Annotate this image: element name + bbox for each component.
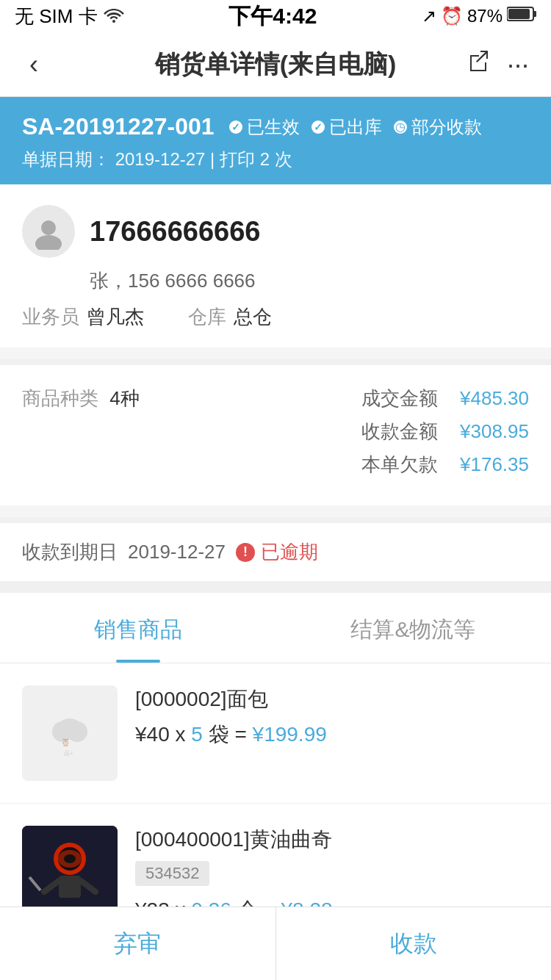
product-total-0: ¥199.99 xyxy=(253,723,327,746)
product-sku-1: 534532 xyxy=(135,861,209,886)
warehouse-item: 仓库 总仓 xyxy=(188,304,272,330)
check-icon-effective xyxy=(229,120,242,134)
svg-point-4 xyxy=(35,235,62,250)
stats-value-0: ¥485.30 xyxy=(460,387,529,410)
product-image-0: 🦉 品+ xyxy=(22,685,118,781)
clock-icon xyxy=(394,120,407,134)
due-label: 收款到期日 xyxy=(22,539,118,565)
header-date-line: 单据日期： 2019-12-27 | 打印 2 次 xyxy=(22,148,529,171)
more-icon[interactable]: ··· xyxy=(507,49,529,80)
customer-info: 张，156 6666 6666 xyxy=(90,268,529,294)
status-tags: 已生效 已出库 部分收款 xyxy=(229,115,482,139)
stats-label-1: 收款金额 xyxy=(361,419,438,444)
product-list: 🦉 品+ [0000002]面包 ¥40 x 5 袋 = ¥199.99 xyxy=(0,663,551,947)
product-price-0: ¥40 x 5 袋 = ¥199.99 xyxy=(135,721,529,749)
stats-value-2: ¥176.35 xyxy=(460,453,529,476)
overdue-text: 已逾期 xyxy=(261,539,318,565)
product-qty-0: 5 xyxy=(191,723,203,746)
warehouse-value: 总仓 xyxy=(234,304,272,330)
tab-settlement[interactable]: 结算&物流等 xyxy=(276,593,551,663)
stats-value-1: ¥308.95 xyxy=(460,420,529,443)
stats-row-2: 本单欠款 ¥176.35 xyxy=(361,452,529,478)
divider-2 xyxy=(0,517,551,523)
nav-bar: ‹ 销货单详情(来自电脑) ··· xyxy=(0,32,551,97)
stats-right: 成交金额 ¥485.30 收款金额 ¥308.95 本单欠款 ¥176.35 xyxy=(361,386,529,485)
share-icon[interactable] xyxy=(466,48,492,81)
due-section: 收款到期日 2019-12-27 ! 已逾期 xyxy=(0,523,551,587)
overdue-dot-icon: ! xyxy=(236,543,255,562)
svg-text:品+: 品+ xyxy=(64,750,73,757)
header-band: SA-20191227-001 已生效 已出库 部分收款 单据日期： 2019-… xyxy=(0,97,551,184)
status-tag-effective: 已生效 xyxy=(229,115,300,139)
tabs: 销售商品 结算&物流等 xyxy=(0,593,551,663)
svg-rect-1 xyxy=(533,11,536,17)
customer-section: 17666666666 张，156 6666 6666 业务员 曾凡杰 仓库 总… xyxy=(0,184,551,347)
customer-phone: 17666666666 xyxy=(90,216,260,248)
salesperson-label: 业务员 xyxy=(22,304,79,330)
svg-point-7 xyxy=(58,718,82,736)
pay-button[interactable]: 收款 xyxy=(276,907,552,980)
order-number: SA-20191227-001 xyxy=(22,113,215,140)
sim-label: 无 SIM 卡 xyxy=(15,4,98,29)
wifi-icon xyxy=(104,5,124,28)
reject-button[interactable]: 弃审 xyxy=(0,907,276,980)
list-item: 🦉 品+ [0000002]面包 ¥40 x 5 袋 = ¥199.99 xyxy=(0,663,551,804)
kind-value: 4种 xyxy=(109,387,139,409)
battery-percent: 87% xyxy=(467,6,503,26)
status-time: 下午4:42 xyxy=(228,1,317,32)
product-info-0: [0000002]面包 ¥40 x 5 袋 = ¥199.99 xyxy=(135,685,529,749)
status-tag-partial: 部分收款 xyxy=(394,115,482,139)
back-button[interactable]: ‹ xyxy=(22,42,46,87)
battery-icon xyxy=(507,6,536,26)
stats-row-1: 收款金额 ¥308.95 xyxy=(361,419,529,444)
kind-label: 商品种类 xyxy=(22,387,98,409)
nav-actions: ··· xyxy=(466,48,529,81)
status-right: ↗ ⏰ 87% xyxy=(422,6,536,26)
overdue-badge: ! 已逾期 xyxy=(236,539,318,565)
stats-section: 商品种类 4种 成交金额 ¥485.30 收款金额 ¥308.95 本单欠款 ¥… xyxy=(0,365,551,505)
avatar xyxy=(22,205,75,258)
svg-text:🦉: 🦉 xyxy=(61,738,71,747)
divider-1 xyxy=(0,359,551,365)
svg-rect-2 xyxy=(508,9,530,19)
alarm-icon: ⏰ xyxy=(441,6,463,26)
check-icon-shipped xyxy=(311,120,325,134)
salesperson-item: 业务员 曾凡杰 xyxy=(22,304,144,330)
status-tag-shipped: 已出库 xyxy=(311,115,382,139)
stats-row-0: 成交金额 ¥485.30 xyxy=(361,386,529,411)
customer-meta: 业务员 曾凡杰 仓库 总仓 xyxy=(22,304,529,330)
stats-label-2: 本单欠款 xyxy=(361,452,438,478)
stats-label-0: 成交金额 xyxy=(361,386,438,411)
page-title: 销货单详情(来自电脑) xyxy=(155,48,397,82)
location-icon: ↗ xyxy=(422,6,436,26)
status-bar: 无 SIM 卡 下午4:42 ↗ ⏰ 87% xyxy=(0,0,551,32)
due-date: 2019-12-27 xyxy=(128,541,226,563)
salesperson-value: 曾凡杰 xyxy=(87,304,144,330)
status-left: 无 SIM 卡 xyxy=(15,4,124,29)
svg-point-3 xyxy=(41,220,56,235)
product-name-1: [000400001]黄油曲奇 xyxy=(135,826,529,854)
product-name-0: [0000002]面包 xyxy=(135,685,529,713)
warehouse-label: 仓库 xyxy=(188,304,226,330)
svg-point-18 xyxy=(64,854,76,863)
stats-left: 商品种类 4种 xyxy=(22,386,140,411)
svg-rect-14 xyxy=(59,876,81,898)
tab-sales-products[interactable]: 销售商品 xyxy=(0,593,276,663)
divider-3 xyxy=(0,587,551,593)
bottom-bar: 弃审 收款 xyxy=(0,907,551,980)
